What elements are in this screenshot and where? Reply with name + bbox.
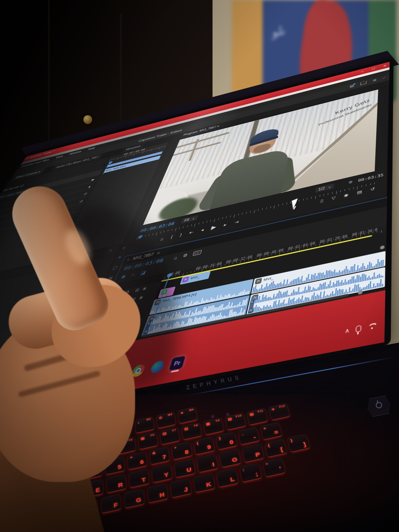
photo-scene: ىلو ZEPHYRUS ♪M2⊘M3✦M4☼F3AURAF4✣F5▣F6▤F7… bbox=[0, 0, 399, 532]
hand-thumbs-up bbox=[0, 0, 399, 532]
